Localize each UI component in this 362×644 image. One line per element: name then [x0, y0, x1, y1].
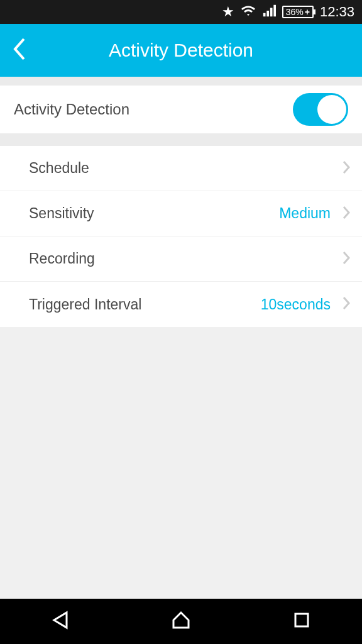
recording-row[interactable]: Recording	[0, 236, 362, 282]
svg-rect-1	[295, 614, 308, 626]
triggered-interval-row[interactable]: Triggered Interval 10seconds	[0, 282, 362, 327]
separator	[0, 77, 362, 86]
settings-list: Schedule Sensitivity Medium Recording Tr…	[0, 146, 362, 327]
battery-plus-icon: +	[305, 7, 310, 17]
separator	[0, 133, 362, 146]
header-bar: Activity Detection	[0, 24, 362, 77]
star-icon: ★	[222, 4, 234, 20]
chevron-right-icon	[342, 160, 351, 177]
schedule-label: Schedule	[29, 160, 331, 177]
chevron-right-icon	[342, 250, 351, 268]
activity-detection-toggle[interactable]	[293, 93, 348, 126]
sensitivity-label: Sensitivity	[29, 205, 279, 222]
battery-indicator: 36% +	[282, 6, 314, 18]
battery-percent: 36%	[286, 7, 304, 17]
toggle-label: Activity Detection	[14, 101, 129, 118]
sensitivity-value: Medium	[279, 205, 331, 222]
sensitivity-row[interactable]: Sensitivity Medium	[0, 191, 362, 236]
triggered-interval-value: 10seconds	[261, 296, 331, 313]
recording-label: Recording	[29, 250, 331, 267]
wifi-icon	[241, 3, 256, 21]
toggle-knob	[317, 95, 346, 124]
chevron-right-icon	[342, 296, 351, 313]
svg-marker-0	[54, 613, 67, 628]
android-nav-bar	[0, 599, 362, 644]
nav-home-button[interactable]	[170, 609, 192, 634]
signal-icon	[262, 4, 276, 21]
nav-recent-button[interactable]	[290, 609, 313, 634]
status-bar: ★ 36% + 12:33	[0, 0, 362, 24]
triggered-interval-label: Triggered Interval	[29, 296, 261, 313]
activity-detection-toggle-row: Activity Detection	[0, 86, 362, 133]
chevron-right-icon	[342, 205, 351, 223]
clock: 12:33	[320, 4, 354, 20]
schedule-row[interactable]: Schedule	[0, 146, 362, 191]
back-button[interactable]	[11, 36, 26, 64]
page-title: Activity Detection	[0, 40, 362, 61]
nav-back-button[interactable]	[49, 609, 72, 634]
